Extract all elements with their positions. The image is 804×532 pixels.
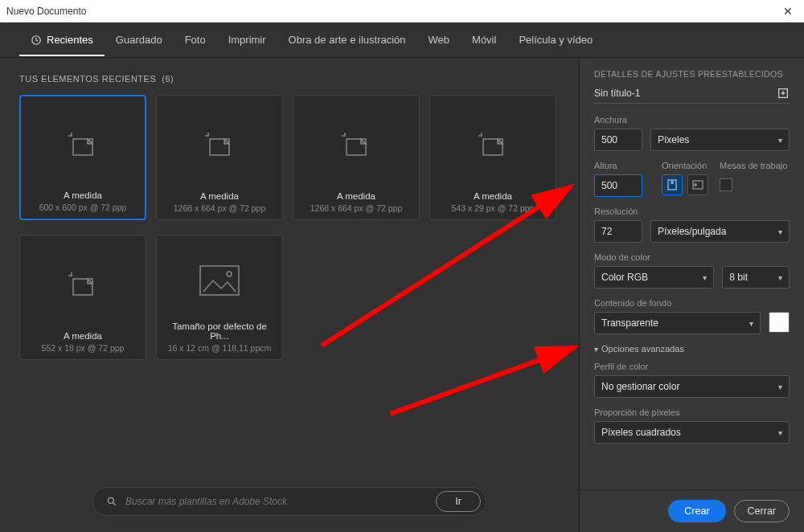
document-name-input[interactable] (594, 88, 777, 99)
close-button[interactable]: Cerrar (734, 500, 790, 522)
width-input[interactable] (594, 129, 642, 151)
background-swatch[interactable] (769, 312, 790, 333)
left-panel: TUS ELEMENTOS RECIENTES (6) A medida 600… (0, 58, 579, 532)
tab-label: Web (429, 34, 450, 46)
tab-movil[interactable]: Móvil (461, 24, 507, 55)
svg-point-5 (671, 182, 673, 183)
color-depth-select[interactable]: 8 bit ▾ (722, 266, 790, 289)
document-icon (65, 103, 100, 187)
artboards-checkbox[interactable] (720, 178, 732, 191)
tab-guardado[interactable]: Guardado (105, 24, 174, 55)
svg-point-2 (227, 272, 232, 276)
pixel-aspect-select[interactable]: Píxeles cuadrados ▾ (594, 421, 790, 444)
orientation-label: Orientación (662, 161, 708, 170)
preset-details: 543 x 29 px @ 72 ppp (452, 203, 535, 213)
chevron-down-icon: ▾ (703, 273, 707, 282)
tab-imprimir[interactable]: Imprimir (217, 24, 277, 55)
svg-rect-1 (200, 266, 239, 295)
recent-heading-text: TUS ELEMENTOS RECIENTES (19, 74, 156, 84)
tab-label: Obra de arte e ilustración (289, 34, 406, 46)
preset-item[interactable]: A medida 543 x 29 px @ 72 ppp (429, 95, 556, 220)
preset-name: A medida (337, 191, 375, 201)
preset-item[interactable]: A medida 600 x 600 px @ 72 ppp (19, 95, 146, 220)
height-input[interactable] (594, 174, 642, 197)
category-tabs: Recientes Guardado Foto Imprimir Obra de… (0, 23, 804, 58)
orientation-landscape-button[interactable] (687, 174, 708, 195)
chevron-down-icon: ▾ (778, 227, 782, 236)
tab-recientes[interactable]: Recientes (19, 24, 105, 55)
color-mode-value: Color RGB (601, 272, 648, 283)
window-title: Nuevo Documento (6, 6, 86, 17)
background-value: Transparente (601, 317, 658, 329)
footer: Crear Cerrar (580, 489, 804, 532)
app-body: Recientes Guardado Foto Imprimir Obra de… (0, 23, 804, 532)
preset-item[interactable]: A medida 1268 x 664 px @ 72 ppp (293, 95, 420, 220)
tab-label: Guardado (116, 34, 162, 46)
chevron-down-icon: ▾ (778, 136, 782, 145)
document-icon (65, 242, 100, 328)
advanced-label: Opciones avanzadas (601, 344, 684, 354)
preset-item[interactable]: A medida 552 x 18 px @ 72 ppp (19, 235, 146, 360)
close-icon[interactable]: ✕ (778, 5, 798, 18)
preset-item[interactable]: Tamaño por defecto de Ph... 16 x 12 cm @… (156, 235, 283, 360)
preset-details: 552 x 18 px @ 72 ppp (42, 343, 125, 353)
chevron-down-icon: ▾ (778, 428, 782, 437)
orientation-portrait-button[interactable] (662, 174, 683, 195)
tab-ilustracion[interactable]: Obra de arte e ilustración (277, 24, 417, 55)
height-label: Altura (594, 161, 650, 170)
preset-details: 1268 x 664 px @ 72 ppp (174, 203, 266, 213)
resolution-label: Resolución (594, 207, 790, 216)
search-box: Ir (92, 487, 486, 516)
resolution-unit-select[interactable]: Píxeles/pulgada ▾ (650, 220, 790, 243)
tab-foto[interactable]: Foto (174, 24, 217, 55)
color-profile-label: Perfil de color (594, 362, 790, 371)
color-mode-select[interactable]: Color RGB ▾ (594, 266, 714, 289)
preset-name: A medida (474, 191, 512, 201)
color-profile-select[interactable]: No gestionar color ▾ (594, 375, 790, 398)
background-select[interactable]: Transparente ▾ (594, 312, 761, 334)
pixel-aspect-value: Píxeles cuadrados (601, 427, 681, 438)
width-unit-select[interactable]: Píxeles ▾ (650, 129, 790, 151)
save-preset-icon[interactable] (777, 87, 790, 100)
create-button[interactable]: Crear (668, 500, 725, 522)
tab-label: Recientes (47, 34, 93, 46)
resolution-unit-value: Píxeles/pulgada (658, 226, 726, 237)
tab-web[interactable]: Web (417, 24, 461, 55)
tab-label: Película y vídeo (519, 34, 593, 46)
preset-details: 16 x 12 cm @ 118,11 ppcm (168, 343, 272, 353)
pixel-aspect-label: Proporción de píxeles (594, 407, 790, 417)
tab-label: Foto (185, 34, 206, 46)
preset-details: 1268 x 664 px @ 72 ppp (310, 203, 403, 213)
preset-name: Tamaño por defecto de Ph... (163, 321, 276, 341)
svg-point-3 (108, 497, 113, 503)
tab-pelicula-video[interactable]: Película y vídeo (507, 24, 604, 55)
width-label: Anchura (594, 115, 790, 125)
go-button[interactable]: Ir (436, 491, 481, 512)
document-icon (338, 102, 374, 188)
preset-item[interactable]: A medida 1268 x 664 px @ 72 ppp (156, 95, 283, 220)
chevron-down-icon: ▾ (749, 319, 753, 328)
preset-name: A medida (200, 191, 239, 201)
landscape-icon (692, 180, 704, 190)
color-mode-label: Modo de color (594, 252, 790, 262)
portrait-icon (667, 179, 677, 190)
chevron-down-icon: ▾ (778, 383, 782, 391)
color-depth-value: 8 bit (729, 272, 748, 283)
tab-label: Imprimir (228, 34, 266, 46)
presets-grid: A medida 600 x 600 px @ 72 ppp A medida … (19, 95, 560, 360)
artboards-label: Mesas de trabajo (720, 161, 787, 170)
background-label: Contenido de fondo (594, 298, 790, 308)
image-icon (197, 242, 242, 318)
recent-heading: TUS ELEMENTOS RECIENTES (6) (19, 74, 560, 84)
resolution-input[interactable] (594, 220, 642, 243)
details-heading: DETALLES DE AJUSTES PREESTABLECIDOS (594, 69, 790, 79)
search-input[interactable] (125, 496, 428, 507)
preset-details: 600 x 600 px @ 72 ppp (39, 203, 127, 212)
search-icon (106, 496, 117, 507)
chevron-down-icon: ▾ (778, 273, 782, 282)
document-icon (475, 102, 511, 188)
advanced-options-toggle[interactable]: ▾ Opciones avanzadas (594, 344, 790, 354)
tab-label: Móvil (472, 34, 496, 46)
recent-count: (6) (162, 74, 174, 84)
color-profile-value: No gestionar color (601, 381, 679, 392)
